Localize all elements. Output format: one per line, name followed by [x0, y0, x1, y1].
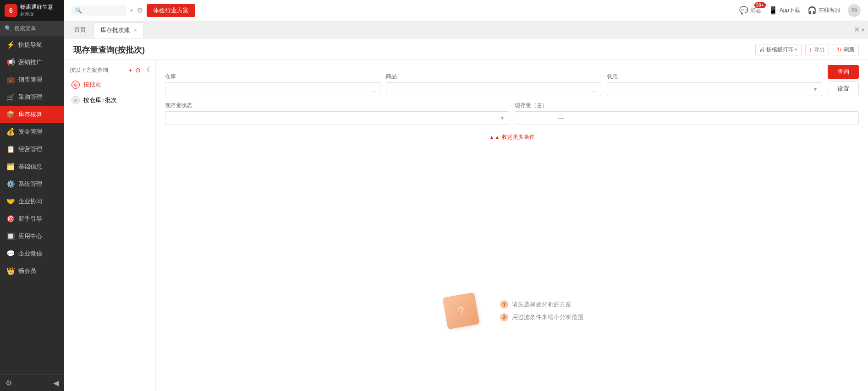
inventory-status-dropdown-icon[interactable]: ▼: [500, 115, 505, 121]
sidebar-item-sales[interactable]: 💼 销售管理: [0, 71, 64, 88]
topbar-left: 🔍 ▾ ⚙ 体验行业方案: [71, 4, 735, 17]
scheme-collapse-icon[interactable]: 《: [143, 66, 150, 74]
sidebar-item-label: 经营管理: [18, 145, 42, 153]
close-all-tabs-icon[interactable]: ✕: [854, 25, 860, 34]
sidebar: 6 畅康通好生意 标准版 🔍 搜索菜单 ⚡ 快捷导航 📢 营销推广 💼 销售管理…: [0, 0, 64, 391]
warehouse-input[interactable]: ...: [165, 82, 380, 96]
search-menu[interactable]: 🔍 搜索菜单: [0, 21, 64, 36]
query-button[interactable]: 查询: [828, 65, 859, 79]
message-item[interactable]: 💬 消息 99+: [739, 6, 761, 15]
sidebar-item-app-center[interactable]: 🔲 应用中心: [0, 228, 64, 245]
sidebar-item-label: 企业协同: [18, 197, 42, 206]
scheme-header-actions: + ⊙ 《: [129, 66, 150, 74]
system-icon: ⚙️: [6, 180, 15, 188]
warehouse-more-icon[interactable]: ...: [371, 86, 376, 93]
scheme-header-label: 按以下方案查询: [70, 66, 108, 74]
scheme-label-by-warehouse-batch: 按仓库+批次: [83, 96, 117, 104]
online-service-item[interactable]: 🎧 在线客服: [808, 6, 841, 15]
sidebar-item-basic[interactable]: 🗂️ 基础信息: [0, 158, 64, 175]
user-avatar: Rit: [848, 4, 861, 17]
hint-label-2: 用过滤条件来缩小分析范围: [512, 313, 583, 321]
scheme-panel: 按以下方案查询 + ⊙ 《 ⊙ 按批次 ⊙ 按仓库+批次: [64, 60, 156, 391]
settings-footer-icon[interactable]: ⚙: [5, 379, 12, 387]
inventory-status-select[interactable]: ▼: [165, 111, 509, 125]
topbar-search-input[interactable]: [84, 7, 121, 14]
status-select[interactable]: ▼: [607, 82, 822, 96]
collapse-more[interactable]: ▲▲ 收起更多条件: [165, 130, 859, 144]
export-icon: ↑: [809, 46, 813, 53]
tab-more-icon[interactable]: ▾: [862, 27, 864, 33]
refresh-label: 刷新: [844, 46, 855, 54]
active-tab-label: 库存批次账: [100, 26, 130, 34]
topbar-search-box[interactable]: 🔍: [71, 5, 126, 16]
search-icon: 🔍: [5, 25, 11, 32]
sidebar-item-inventory[interactable]: 📦 库存核算: [0, 106, 64, 123]
user-avatar-item[interactable]: Rit: [848, 4, 861, 17]
export-btn[interactable]: ↑ 导出: [805, 44, 830, 55]
goods-label: 商品: [386, 73, 601, 81]
tab-home[interactable]: 首页: [68, 22, 93, 38]
empty-text: 1 请先选择要分析的方案 2 用过滤条件来缩小分析范围: [500, 300, 583, 321]
sidebar-item-wechat[interactable]: 💬 企业微信: [0, 245, 64, 262]
right-content: 仓库 ... 商品 ...: [156, 60, 868, 391]
quick-nav-icon: ⚡: [6, 41, 15, 49]
goods-input[interactable]: ...: [386, 82, 601, 96]
tab-inventory-batch[interactable]: 库存批次账 ×: [93, 22, 144, 38]
message-badge: 99+: [754, 2, 766, 8]
printer-icon: 🖨: [759, 46, 765, 53]
sidebar-nav: ⚡ 快捷导航 📢 营销推广 💼 销售管理 🛒 采购管理 📦 库存核算 💰 资金管…: [0, 36, 64, 375]
sidebar-item-label: 采购管理: [18, 93, 42, 101]
topbar: 🔍 ▾ ⚙ 体验行业方案 💬 消息 99+ 📱 App下载 🎧 在线客服: [64, 0, 868, 21]
scheme-item-by-batch[interactable]: ⊙ 按批次: [64, 77, 155, 92]
marketing-icon: 📢: [6, 58, 15, 66]
sidebar-item-operations[interactable]: 📋 经营管理: [0, 141, 64, 158]
scheme-item-by-warehouse-batch[interactable]: ⊙ 按仓库+批次: [64, 92, 155, 108]
refresh-btn[interactable]: ↻ 刷新: [833, 44, 859, 55]
member-icon: 👑: [6, 267, 15, 275]
inventory-qty-label: 现存量（主）: [515, 102, 859, 109]
inventory-status-label: 现存量状态: [165, 102, 509, 109]
status-dropdown-icon[interactable]: ▼: [813, 86, 818, 92]
print-dropdown-icon[interactable]: ▾: [795, 47, 797, 53]
scheme-settings-icon[interactable]: ⊙: [135, 66, 141, 74]
sidebar-item-enterprise[interactable]: 🤝 企业协同: [0, 193, 64, 210]
sidebar-item-marketing[interactable]: 📢 营销推广: [0, 54, 64, 71]
search-menu-label: 搜索菜单: [14, 25, 36, 33]
tab-close-icon[interactable]: ×: [134, 27, 137, 33]
topbar-right: 💬 消息 99+ 📱 App下载 🎧 在线客服 Rit: [739, 4, 861, 17]
print-btn[interactable]: 🖨 按模板打印 ▾: [755, 44, 802, 55]
right-filter: 仓库 ... 商品 ...: [156, 60, 868, 231]
goods-more-icon[interactable]: ...: [592, 86, 597, 93]
app-subtitle: 标准版: [20, 11, 53, 17]
qty-min-input[interactable]: [519, 115, 555, 121]
empty-hint-2: 2 用过滤条件来缩小分析范围: [500, 313, 583, 321]
filter-row-1: 仓库 ... 商品 ...: [165, 65, 859, 96]
scheme-panel-header: 按以下方案查询 + ⊙ 《: [64, 63, 155, 77]
topbar-settings-icon[interactable]: ⚙: [137, 6, 143, 15]
scheme-add-icon[interactable]: +: [129, 66, 132, 74]
sidebar-item-system[interactable]: ⚙️ 系统管理: [0, 175, 64, 193]
qty-max-input[interactable]: [566, 115, 603, 121]
inventory-qty-range[interactable]: —: [515, 111, 859, 125]
settings-button[interactable]: 设置: [828, 81, 859, 96]
sidebar-item-purchase[interactable]: 🛒 采购管理: [0, 88, 64, 106]
hint-num-1: 1: [500, 300, 508, 309]
sidebar-item-member[interactable]: 👑 畅会员: [0, 262, 64, 280]
sidebar-item-label: 系统管理: [18, 180, 42, 188]
refresh-icon: ↻: [837, 46, 842, 53]
sidebar-item-quick-nav[interactable]: ⚡ 快捷导航: [0, 36, 64, 54]
sidebar-item-finance[interactable]: 💰 资金管理: [0, 123, 64, 141]
app-title-block: 畅康通好生意 标准版: [20, 4, 53, 17]
topbar-dropdown-icon[interactable]: ▾: [130, 7, 133, 14]
collapse-sidebar-icon[interactable]: ◀: [53, 379, 59, 387]
sidebar-item-label: 新手引导: [18, 215, 42, 223]
online-service-label: 在线客服: [819, 6, 841, 14]
purchase-icon: 🛒: [6, 93, 15, 101]
app-download-item[interactable]: 📱 App下载: [769, 6, 800, 15]
page-header-actions: 🖨 按模板打印 ▾ ↑ 导出 ↻ 刷新: [755, 44, 859, 55]
trial-btn[interactable]: 体验行业方案: [147, 4, 195, 17]
topbar-search-icon: 🔍: [75, 7, 82, 14]
operations-icon: 📋: [6, 145, 15, 153]
sidebar-item-newbie[interactable]: 🎯 新手引导: [0, 210, 64, 228]
page-title: 现存量查询(按批次): [73, 44, 145, 55]
